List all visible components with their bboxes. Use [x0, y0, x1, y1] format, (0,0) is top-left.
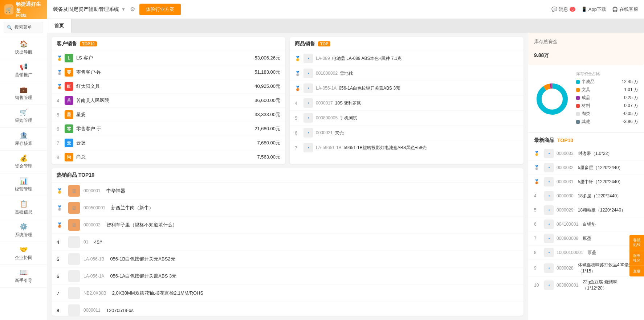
rank-avatar-6: 云	[65, 139, 73, 147]
legend-item-1: 文具 1.01 万	[576, 87, 638, 93]
np-code-2: 0000031	[557, 179, 574, 184]
legend-subtitle: 库存资金占比	[576, 71, 638, 77]
np-code-1: 0000032	[557, 165, 574, 170]
inventory-title: 库存总资金	[534, 38, 638, 45]
rank-num-6: 7	[57, 140, 65, 146]
sidebar-item-5[interactable]: 💰 资金管理	[0, 151, 47, 173]
legend-items: 半成品 12.45 万 文具 1.01 万 成品 0.25 万 材料 0.07 …	[576, 79, 638, 125]
product-code-5: 0000021	[316, 130, 333, 135]
sidebar-item-4[interactable]: 🏦 库存核算	[0, 128, 47, 151]
sidebar-item-0[interactable]: 🏠 快捷导航	[0, 36, 47, 59]
float-btn-community[interactable]: 服务社区	[629, 250, 644, 266]
legend-name-0: 半成品	[582, 79, 595, 85]
legend-color-3	[576, 104, 580, 108]
sidebar-item-2[interactable]: 💼 销售管理	[0, 82, 47, 105]
hot-row-1: 🥇 🖼 0000001 中华神器	[52, 182, 523, 200]
rank-name-3: 苦南县人民医院	[76, 97, 254, 104]
product-rank-3: 4	[295, 100, 303, 106]
np-rank-2: 🥉	[534, 179, 541, 184]
hot-code-3: 01	[83, 239, 88, 245]
svg-point-1	[539, 86, 565, 112]
message-badge[interactable]: 💬 消息 6	[551, 6, 575, 13]
np-name-5: 白钢垫	[583, 221, 638, 227]
np-name-2: 5厘中纤（1220*2440）	[578, 179, 638, 185]
product-row-1: 🥇 🔹 LA-089 电池盖 LA-089 ABS本色+黑种 7.1克	[290, 51, 523, 66]
np-thumb-5: 🔹	[544, 220, 554, 229]
sidebar-item-1[interactable]: 📢 营销推广	[0, 59, 47, 82]
message-label: 消息	[559, 6, 568, 13]
legend-item-0: 半成品 12.45 万	[576, 79, 638, 85]
rank-amount-5: 21,680.00元	[254, 126, 280, 132]
product-rank-0: 🥇	[295, 56, 303, 61]
search-menu-label: 搜索菜单	[15, 24, 32, 30]
customer-top-badge: TOP10	[80, 41, 97, 46]
legend-val-3: 0.07 万	[624, 103, 638, 109]
rank-num-5: 6	[57, 126, 65, 132]
np-rank-7: 8	[534, 250, 541, 255]
hot-products-header: 热销商品 TOP10	[52, 168, 523, 182]
sidebar-item-9[interactable]: 🤝 企业协同	[0, 242, 47, 265]
hot-thumb-4	[68, 253, 80, 265]
app-download[interactable]: 📱 App下载	[581, 6, 606, 13]
np-code-4: 0000029	[557, 208, 574, 213]
np-code-7: 10000100001	[557, 250, 583, 255]
system-title: 装备及固定资产辅助管理系统 ▼	[53, 6, 126, 13]
chevron-down-icon: ▼	[121, 7, 126, 12]
hot-thumb-5	[68, 270, 80, 282]
float-btn-service[interactable]: 客服热线	[629, 235, 644, 250]
tab-home[interactable]: 首页	[47, 19, 72, 33]
hot-code-4: LA-056-1B	[83, 257, 104, 262]
sidebar-item-7[interactable]: 📋 基础信息	[0, 196, 47, 219]
sidebar-item-label-5: 资金管理	[15, 163, 32, 169]
rank-avatar-7: 尚	[65, 153, 73, 161]
hot-thumb-2: 🖼	[68, 219, 80, 231]
hot-products-card: 热销商品 TOP10 🥇 🖼 0000001 中华神器 🥈 🖼 00050000…	[52, 168, 523, 316]
sidebar-item-label-3: 采购管理	[15, 118, 32, 124]
customer-ranking-title: 客户销售	[57, 41, 77, 47]
customer-row-3: 🥉 红 红太阳文具 40,925.00元	[52, 79, 285, 94]
product-name-0: 电池盖 LA-089 ABS本色+黑种 7.1克	[332, 56, 518, 62]
product-top-badge: TOP	[318, 41, 330, 46]
hot-name-5: 056-1A白色按键开关盖ABS 3壳	[110, 273, 518, 279]
hot-row-8: 8 0000011 12070519-xs	[52, 302, 523, 316]
product-code-2: LA-056-1A	[316, 86, 337, 91]
np-code-5: 004100001	[557, 222, 578, 227]
sidebar-item-label-9: 企业协同	[15, 255, 32, 261]
sidebar-item-6[interactable]: 📊 经营管理	[0, 173, 47, 196]
hot-thumb-7	[68, 304, 80, 316]
hot-rank-5: 6	[57, 274, 65, 279]
hot-code-2: 0000002	[83, 222, 101, 227]
hot-thumb-1: 🖼	[68, 202, 80, 214]
gear-icon[interactable]: ⚙	[130, 6, 135, 13]
float-btn-live[interactable]: 直播	[629, 266, 644, 276]
np-rank-0: 🥇	[534, 151, 541, 156]
product-row-5: 5 🔹 000800005 手机测试	[290, 111, 523, 126]
sidebar-item-icon-3: 🛒	[20, 108, 28, 116]
customer-ranking-card: 客户销售 TOP10 🥇 L LS 客户 53,006.26元 🥈 零 零售客户…	[52, 37, 285, 164]
hot-row-2: 🥈 🖼 000500001 新西兰牛肉（新牛）	[52, 200, 523, 217]
customer-row-7: 7 云 云扬 7,680.00元	[52, 136, 285, 150]
hot-code-6: NB2.0X30B	[83, 291, 106, 296]
sidebar-item-10[interactable]: 📖 新手引导	[0, 265, 47, 288]
rank-num-4: 5	[57, 112, 65, 118]
rank-avatar-0: L	[65, 54, 73, 62]
product-rank-4: 5	[295, 115, 303, 121]
trial-button[interactable]: 体验行业方案	[139, 4, 181, 15]
customer-row-2: 🥈 零 零售客户-许 51,183.00元	[52, 65, 285, 79]
logo: 🛒 畅捷通好生意 标准版	[0, 0, 47, 19]
sidebar-item-8[interactable]: ⚙️ 系统管理	[0, 219, 47, 242]
sidebar-items: 🏠 快捷导航📢 营销推广💼 销售管理🛒 采购管理🏦 库存核算💰 资金管理📊 经营…	[0, 36, 47, 288]
np-thumb-6: 🔹	[544, 234, 554, 243]
sidebar-item-label-2: 销售管理	[15, 95, 32, 101]
sidebar-item-icon-6: 📊	[20, 177, 28, 185]
rank-name-6: 云扬	[76, 140, 257, 146]
topbar-right: 💬 消息 6 📱 App下载 🎧 在线客服	[551, 6, 638, 13]
rank-amount-2: 40,925.00元	[254, 83, 280, 90]
new-product-row-8: 8 🔹 10000100001 原垄	[528, 246, 644, 260]
np-rank-8: 9	[534, 266, 541, 271]
rank-avatar-2: 红	[65, 82, 73, 91]
online-service[interactable]: 🎧 在线客服	[612, 6, 638, 13]
search-menu-button[interactable]: 🔍 搜索菜单	[4, 22, 43, 33]
np-rank-6: 7	[534, 236, 541, 241]
sidebar-item-3[interactable]: 🛒 采购管理	[0, 105, 47, 128]
